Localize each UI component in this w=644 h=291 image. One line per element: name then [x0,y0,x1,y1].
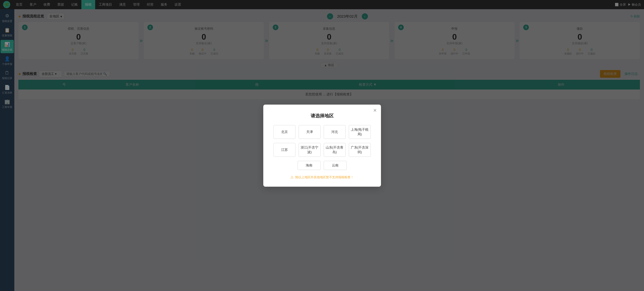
region-btn-江苏[interactable]: 江苏 [274,143,296,157]
region-btn-海南[interactable]: 海南 [298,161,321,170]
region-grid-row1: 北京天津河北上海(电子税局) [274,125,371,139]
modal-title: 请选择地区 [274,113,371,119]
region-btn-天津[interactable]: 天津 [299,125,321,139]
region-select-modal: ✕ 请选择地区 北京天津河北上海(电子税局) 江苏浙江(不含宁波)山东(不含青岛… [263,105,381,187]
modal-close-button[interactable]: ✕ [373,108,377,113]
region-btn-云南[interactable]: 云南 [324,161,347,170]
region-btn-山东(不含青岛)[interactable]: 山东(不含青岛) [324,143,346,157]
region-btn-上海(电子税局)[interactable]: 上海(电子税局) [349,125,371,139]
region-grid-row2: 江苏浙江(不含宁波)山东(不含青岛)广东(不含深圳) [274,143,371,157]
region-grid-row3: 海南云南 [274,161,371,170]
region-btn-北京[interactable]: 北京 [274,125,296,139]
region-btn-广东(不含深圳)[interactable]: 广东(不含深圳) [349,143,371,157]
region-btn-浙江(不含宁波)[interactable]: 浙江(不含宁波) [299,143,321,157]
region-btn-河北[interactable]: 河北 [324,125,346,139]
warning-icon: ⚠ [290,175,294,179]
modal-overlay: ✕ 请选择地区 北京天津河北上海(电子税局) 江苏浙江(不含宁波)山东(不含青岛… [0,0,644,291]
modal-warning: ⚠ 除以上地区外其他地区暂不支持报税检查！ [274,175,371,180]
